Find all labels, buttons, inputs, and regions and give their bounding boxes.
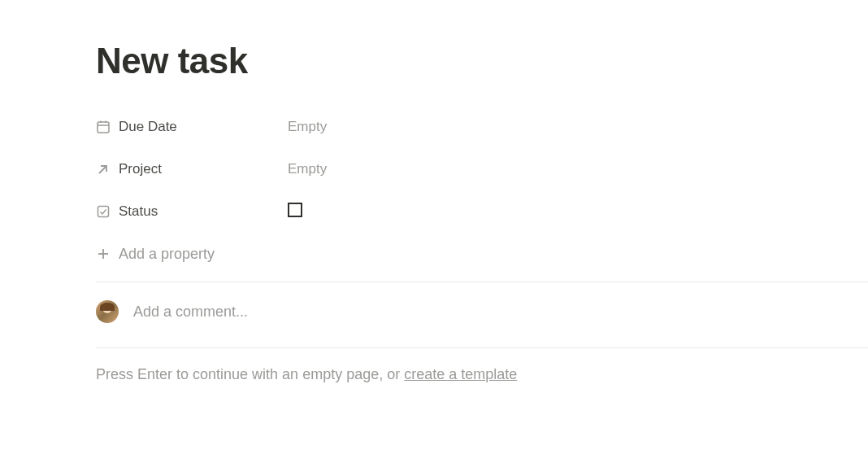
- page-title[interactable]: New task: [96, 41, 868, 81]
- svg-rect-5: [98, 207, 109, 217]
- property-key-due-date[interactable]: Due Date: [96, 119, 288, 135]
- property-row-status: Status: [96, 190, 868, 233]
- empty-page-hint: Press Enter to continue with an empty pa…: [96, 348, 868, 383]
- property-list: Due Date Empty Project Empty: [96, 106, 868, 275]
- arrow-upright-icon: [96, 162, 111, 177]
- property-label: Status: [119, 203, 158, 220]
- create-template-link[interactable]: create a template: [404, 366, 517, 382]
- property-row-project: Project Empty: [96, 148, 868, 190]
- hint-text: Press Enter to continue with an empty pa…: [96, 366, 404, 382]
- property-key-project[interactable]: Project: [96, 161, 288, 177]
- avatar: [96, 300, 119, 323]
- property-label: Due Date: [119, 119, 177, 135]
- svg-rect-0: [98, 122, 109, 133]
- property-value-status[interactable]: [288, 203, 302, 221]
- checkbox-icon: [96, 204, 111, 219]
- property-label: Project: [119, 161, 162, 177]
- property-row-due-date: Due Date Empty: [96, 106, 868, 148]
- add-property-label: Add a property: [119, 246, 215, 263]
- add-property-button[interactable]: Add a property: [96, 233, 868, 275]
- comment-input[interactable]: Add a comment...: [133, 303, 248, 321]
- svg-line-4: [99, 166, 106, 173]
- calendar-icon: [96, 120, 111, 134]
- property-key-status[interactable]: Status: [96, 203, 288, 220]
- plus-icon: [96, 247, 111, 261]
- property-value-project[interactable]: Empty: [288, 161, 327, 177]
- property-value-due-date[interactable]: Empty: [288, 119, 327, 135]
- status-checkbox[interactable]: [288, 203, 302, 217]
- comment-row: Add a comment...: [96, 282, 868, 341]
